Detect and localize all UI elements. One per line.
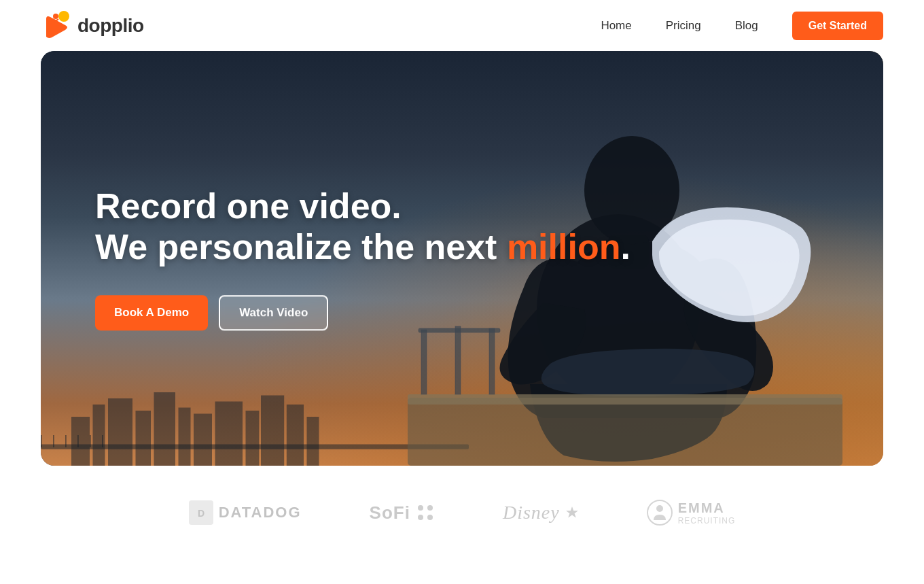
book-demo-button[interactable]: Book A Demo — [95, 295, 208, 330]
svg-point-35 — [427, 515, 433, 520]
svg-rect-20 — [102, 435, 103, 447]
svg-point-33 — [427, 505, 433, 511]
disney-logo: Disney — [503, 502, 579, 523]
svg-text:D: D — [198, 508, 205, 519]
emma-logo-name: EMMA — [678, 500, 736, 516]
hero-title-prefix: We personalize the next — [95, 227, 507, 267]
emma-logo-sub: RECRUITING — [678, 516, 736, 526]
sofi-dots-icon — [416, 503, 435, 522]
svg-rect-19 — [90, 435, 91, 447]
svg-rect-28 — [489, 328, 495, 394]
svg-rect-8 — [194, 414, 212, 466]
svg-point-38 — [656, 505, 663, 512]
svg-rect-13 — [307, 417, 319, 466]
emma-logo-text-block: EMMA RECRUITING — [678, 500, 736, 526]
sofi-logo-text: SoFi — [370, 502, 410, 523]
svg-rect-15 — [41, 435, 42, 447]
svg-rect-4 — [108, 398, 132, 466]
svg-rect-17 — [65, 435, 67, 447]
datadog-logo-icon: D — [189, 500, 213, 525]
svg-rect-9 — [215, 402, 243, 466]
logo-text: dopplio — [77, 15, 144, 37]
hero-title-line2: We personalize the next million. — [95, 227, 630, 268]
svg-rect-6 — [154, 392, 176, 466]
svg-rect-7 — [179, 408, 191, 466]
svg-rect-18 — [77, 435, 79, 447]
svg-rect-2 — [71, 417, 90, 466]
disney-logo-text: Disney — [503, 502, 560, 523]
svg-rect-16 — [53, 435, 54, 447]
datadog-logo-text: DATADOG — [219, 504, 302, 521]
hero-section: Record one video. We personalize the nex… — [41, 51, 883, 466]
svg-point-0 — [58, 11, 69, 22]
emma-logo: EMMA RECRUITING — [647, 500, 736, 526]
logo[interactable]: dopplio — [41, 10, 144, 42]
hero-buttons: Book A Demo Watch Video — [95, 295, 630, 330]
svg-point-37 — [647, 500, 672, 525]
disney-star-icon — [565, 506, 579, 519]
nav-blog[interactable]: Blog — [735, 19, 758, 33]
nav-home[interactable]: Home — [601, 19, 631, 33]
svg-rect-25 — [408, 394, 842, 405]
logo-icon — [41, 10, 73, 42]
svg-rect-24 — [408, 398, 842, 466]
nav-pricing[interactable]: Pricing — [666, 19, 701, 33]
svg-point-32 — [418, 505, 423, 511]
svg-rect-12 — [287, 405, 304, 466]
svg-rect-5 — [136, 411, 152, 466]
svg-point-34 — [418, 515, 423, 520]
sofi-logo: SoFi — [370, 502, 435, 523]
svg-rect-10 — [246, 411, 260, 466]
logos-section: D DATADOG SoFi Disney EMMA RECRUITING — [0, 466, 924, 560]
navbar: dopplio Home Pricing Blog Get Started — [0, 0, 924, 51]
svg-rect-11 — [261, 396, 284, 466]
hero-content: Record one video. We personalize the nex… — [95, 186, 630, 330]
hero-title-accent: million — [507, 227, 621, 267]
nav-links: Home Pricing Blog Get Started — [601, 12, 883, 40]
svg-rect-26 — [421, 330, 427, 394]
hero-title-suffix: . — [620, 227, 630, 267]
datadog-logo: D DATADOG — [189, 500, 302, 525]
get-started-button[interactable]: Get Started — [792, 12, 883, 40]
watch-video-button[interactable]: Watch Video — [219, 295, 328, 330]
svg-marker-36 — [566, 506, 578, 518]
emma-logo-icon — [647, 500, 673, 526]
svg-rect-27 — [455, 326, 461, 394]
svg-point-1 — [53, 14, 58, 19]
hero-title-line1: Record one video. — [95, 186, 630, 227]
